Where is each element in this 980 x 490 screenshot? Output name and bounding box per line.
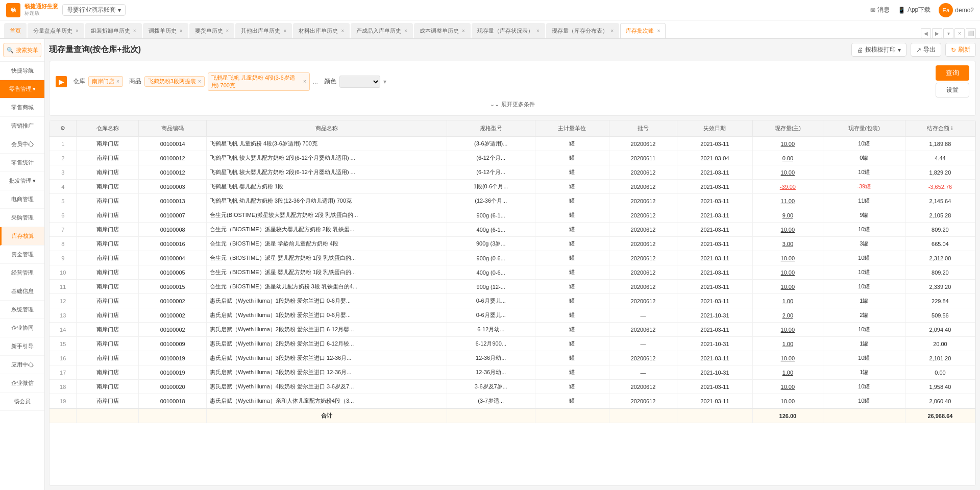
tab-9-close[interactable]: ×: [536, 28, 540, 34]
expand-more-btn[interactable]: ⌄⌄ 展开更多条件: [490, 101, 535, 108]
row-name: 惠氏启赋（Wyeth illuma）4段奶粉 爱尔兰进口 3-6岁及7...: [206, 380, 447, 394]
sidebar-item-sys-mgmt[interactable]: 系统管理: [0, 301, 44, 319]
row-qty-pkg: -39罐: [823, 180, 905, 194]
sidebar-item-member-center[interactable]: 会员中心: [0, 135, 44, 154]
tab-7-close[interactable]: ×: [404, 28, 407, 34]
search-menu-btn[interactable]: 🔍 搜索英单: [3, 43, 41, 57]
color-select[interactable]: [339, 76, 380, 88]
workspace-selector[interactable]: 母婴行业演示账套 ▾: [62, 4, 126, 16]
row-qty[interactable]: 0.00: [753, 151, 823, 165]
query-btn[interactable]: 查询: [936, 65, 969, 81]
row-spec: 900g (12-...: [447, 280, 535, 294]
tab-next[interactable]: ▶: [932, 28, 942, 38]
row-qty[interactable]: 1.00: [753, 365, 823, 380]
row-qty[interactable]: -39.00: [753, 180, 823, 194]
warehouse-tag[interactable]: 南岸门店 ×: [88, 76, 123, 87]
tab-prev[interactable]: ◀: [921, 28, 931, 38]
export-btn[interactable]: ↗ 导出: [911, 43, 941, 57]
setting-btn[interactable]: 设置: [936, 83, 969, 97]
row-unit: 罐: [535, 294, 609, 308]
row-qty[interactable]: 10.00: [753, 165, 823, 180]
sidebar-item-app-center[interactable]: 应用中心: [0, 356, 44, 374]
goods-tag-1[interactable]: 飞鹤奶粉3段两提装 ×: [144, 76, 205, 87]
print-btn[interactable]: 🖨 按模板打印 ▾: [851, 43, 906, 57]
sidebar-quick-nav[interactable]: 快捷导航: [0, 62, 44, 80]
tab-3-close[interactable]: ×: [180, 28, 183, 34]
row-qty[interactable]: 10.00: [753, 223, 823, 237]
sidebar-item-retail-stats[interactable]: 零售统计: [0, 154, 44, 172]
row-qty[interactable]: 1.00: [753, 294, 823, 308]
tab-4[interactable]: 要货单历史 ×: [189, 23, 235, 38]
row-qty[interactable]: 10.00: [753, 137, 823, 151]
row-qty[interactable]: 3.00: [753, 237, 823, 251]
goods-tag-1-close[interactable]: ×: [198, 79, 201, 84]
tab-4-close[interactable]: ×: [226, 28, 229, 34]
row-qty[interactable]: 10.00: [753, 280, 823, 294]
refresh-btn[interactable]: ↻ 刷新: [945, 43, 976, 57]
tab-6[interactable]: 材料出库单历史 ×: [293, 23, 350, 38]
tab-11[interactable]: 库存批次账 ×: [620, 23, 666, 38]
goods-tag-2[interactable]: 飞鹤星飞帆 儿童奶粉 4段(3-6岁适用) 700克 ×: [208, 72, 310, 91]
app-download-btn[interactable]: 📱 App下载: [898, 6, 930, 14]
tab-5-close[interactable]: ×: [283, 28, 286, 34]
sidebar-item-inventory[interactable]: 库存核算: [0, 227, 44, 246]
row-qty[interactable]: 10.00: [753, 323, 823, 337]
tab-3[interactable]: 调拨单历史 ×: [143, 23, 188, 38]
row-warehouse: 南岸门店: [77, 280, 139, 294]
tab-menu[interactable]: ▾: [943, 28, 953, 38]
sidebar-item-retail-mgmt[interactable]: 零售管理 ▾: [0, 80, 44, 99]
row-code: 00100002: [139, 294, 207, 308]
tab-maximize[interactable]: ⬜: [966, 28, 976, 38]
sidebar-item-enterprise-collab[interactable]: 企业协同: [0, 319, 44, 337]
sidebar-item-finance[interactable]: 资金管理: [0, 246, 44, 264]
tab-1[interactable]: 分量盘点单历史 ×: [28, 23, 84, 38]
sidebar-item-retail-mall[interactable]: 零售商城: [0, 99, 44, 117]
sidebar-search: 🔍 搜索英单: [0, 39, 44, 62]
row-qty[interactable]: 9.00: [753, 208, 823, 223]
sidebar-item-chang-member[interactable]: 畅会员: [0, 393, 44, 411]
row-qty[interactable]: 10.00: [753, 251, 823, 265]
row-qty[interactable]: 10.00: [753, 265, 823, 280]
goods-filter-more[interactable]: ...: [313, 78, 318, 85]
tab-1-close[interactable]: ×: [76, 28, 79, 34]
sidebar-item-ecommerce[interactable]: 电商管理: [0, 190, 44, 209]
tab-5[interactable]: 其他出库单历史 ×: [235, 23, 292, 38]
sidebar-item-purchase[interactable]: 采购管理: [0, 209, 44, 227]
tab-8-close[interactable]: ×: [462, 28, 465, 34]
table-row: 9 南岸门店 00100004 合生元（BIOSTIME）派星 婴儿配方奶粉 1…: [50, 251, 975, 265]
tab-7[interactable]: 产成品入库单历史 ×: [351, 23, 413, 38]
message-btn[interactable]: ✉ 消息: [870, 6, 890, 14]
sidebar-item-enterprise-wechat[interactable]: 企业微信: [0, 374, 44, 393]
row-batch: 20200612: [609, 394, 677, 409]
tab-2-close[interactable]: ×: [133, 28, 136, 34]
row-qty[interactable]: 10.00: [753, 380, 823, 394]
row-qty[interactable]: 11.00: [753, 194, 823, 208]
sidebar-item-marketing[interactable]: 营销推广: [0, 117, 44, 135]
sidebar-item-operations[interactable]: 经营管理: [0, 264, 44, 282]
row-qty[interactable]: 10.00: [753, 394, 823, 409]
sidebar-item-newbie[interactable]: 新手引导: [0, 337, 44, 356]
tab-10-close[interactable]: ×: [611, 28, 614, 34]
row-qty[interactable]: 10.00: [753, 351, 823, 365]
warehouse-tag-close[interactable]: ×: [116, 79, 119, 84]
sidebar-item-wholesale[interactable]: 批发管理 ▾: [0, 172, 44, 190]
row-batch: 20200612: [609, 294, 677, 308]
row-qty-pkg: 10罐: [823, 223, 905, 237]
tab-10[interactable]: 现存量（库存分布表） ×: [546, 23, 620, 38]
tab-close-all[interactable]: ×: [954, 28, 965, 38]
tab-6-close[interactable]: ×: [341, 28, 344, 34]
tab-8[interactable]: 成本调整单历史 ×: [414, 23, 471, 38]
tab-9[interactable]: 现存量（库存状况表） ×: [472, 23, 545, 38]
filter-toggle-btn[interactable]: ▶: [56, 76, 67, 87]
row-name: 飞鹤星飞帆 儿童奶粉 4段(3-6岁适用) 700克: [206, 137, 447, 151]
tab-home[interactable]: 首页: [4, 23, 27, 38]
table-row: 6 南岸门店 00100007 合生元(BIOSTIME)派星较大婴儿配方奶粉 …: [50, 208, 975, 223]
sidebar-item-basic-info[interactable]: 基础信息: [0, 282, 44, 301]
tab-2[interactable]: 组装拆卸单历史 ×: [85, 23, 142, 38]
goods-tag-2-close[interactable]: ×: [303, 79, 306, 84]
row-qty[interactable]: 1.00: [753, 337, 823, 351]
row-qty[interactable]: 2.00: [753, 308, 823, 323]
col-settings[interactable]: ⚙: [50, 120, 77, 137]
user-avatar-area[interactable]: Ea demo2: [939, 3, 974, 17]
tab-11-close[interactable]: ×: [657, 28, 660, 34]
